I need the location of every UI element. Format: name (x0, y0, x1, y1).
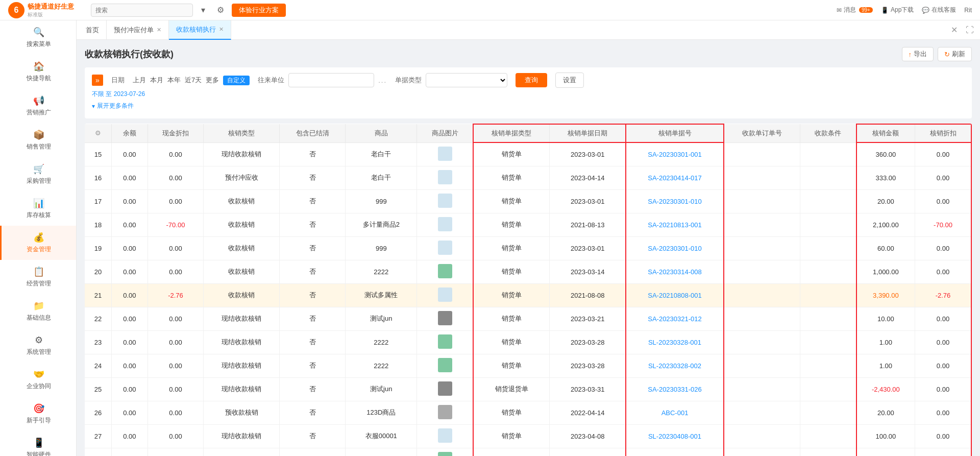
cell-rownum: 20 (85, 260, 112, 283)
cell-wo-doc-no[interactable]: SL-20230328-002 (626, 354, 724, 377)
cell-wo-doc-no[interactable]: SA-20230321-012 (626, 307, 724, 330)
sidebar-item-search[interactable]: 🔍搜索菜单 (0, 20, 76, 55)
filter-toggle-btn[interactable]: » (92, 75, 103, 86)
cell-receipt-order-no (724, 213, 800, 236)
main-layout: 🔍搜索菜单🏠快捷导航📢营销推广📦销售管理🛒采购管理📊库存核算💰资金管理📋经营管理… (0, 20, 980, 456)
sidebar-item-sales[interactable]: 📦销售管理 (0, 123, 76, 157)
cell-wo-discount: 0.00 (915, 330, 971, 354)
filter-last-month[interactable]: 上月 (133, 76, 146, 85)
th-wo-discount: 核销折扣 (915, 124, 971, 142)
sidebar-item-inventory[interactable]: 📊库存核算 (0, 191, 76, 226)
dropdown-btn[interactable]: ▾ (197, 4, 209, 16)
cell-wo-doc-no[interactable]: SL-20230408-001 (626, 424, 724, 448)
cell-wo-doc-no[interactable]: SL-20230418-001 (626, 448, 724, 456)
sidebar-item-hardware[interactable]: 📱智能硬件 (0, 431, 76, 456)
cell-wo-amount: 100.00 (856, 448, 915, 456)
cell-writeoff-type: 现结收款核销 (204, 424, 280, 448)
date-label: 日期 (111, 76, 125, 85)
cell-wo-amount: 20.00 (856, 401, 915, 424)
sidebar-item-purchase[interactable]: 🛒采购管理 (0, 157, 76, 191)
cell-goods-img (417, 354, 473, 377)
settings-btn[interactable]: ⚙ (213, 3, 228, 17)
prepay-tab-close[interactable]: ✕ (157, 27, 161, 33)
cell-goods-img (417, 142, 473, 166)
cell-wo-amount: 20.00 (856, 189, 915, 213)
cell-cash-discount: 0.00 (148, 260, 204, 283)
refresh-btn[interactable]: ↻ 刷新 (938, 47, 972, 61)
sidebar-item-enterprise[interactable]: 🤝企业协同 (0, 363, 76, 397)
export-btn[interactable]: ↑ 导出 (902, 47, 934, 61)
counterpart-input[interactable] (288, 73, 374, 87)
cell-goods: 老白干 (346, 166, 417, 189)
cell-wo-doc-no[interactable]: ABC-001 (626, 401, 724, 424)
sidebar-item-basic[interactable]: 📁基础信息 (0, 294, 76, 328)
sidebar-item-system[interactable]: ⚙系统管理 (0, 328, 76, 363)
cell-goods: 衣服00001 (346, 424, 417, 448)
filter-setting-btn[interactable]: 设置 (555, 73, 584, 88)
cell-goods-img (417, 424, 473, 448)
query-btn[interactable]: 查询 (516, 73, 547, 87)
tab-prepay[interactable]: 预付冲应付单 ✕ (107, 20, 169, 40)
tab-home[interactable]: 首页 (79, 20, 107, 40)
filter-this-year[interactable]: 本年 (167, 76, 181, 85)
cell-wo-doc-no[interactable]: SA-20230301-010 (626, 189, 724, 213)
cell-wo-doc-no[interactable]: SA-20210808-001 (626, 283, 724, 307)
tab-expand-btn[interactable]: ⛶ (962, 26, 978, 35)
sidebar-icon-newguide: 🎯 (33, 403, 44, 414)
doc-type-label: 单据类型 (395, 76, 422, 85)
filter-custom[interactable]: 自定义 (223, 76, 250, 85)
cell-balance: 0.00 (112, 424, 148, 448)
sidebar-icon-quicknav: 🏠 (33, 61, 44, 72)
filter-this-month[interactable]: 本月 (150, 76, 163, 85)
doc-type-select[interactable] (426, 73, 507, 87)
th-receipt-condition: 收款条件 (800, 124, 856, 142)
cell-cash-discount: 0.00 (148, 401, 204, 424)
cell-writeoff-type: 现结收款核销 (204, 354, 280, 377)
expand-more-btn[interactable]: ▾ 展开更多条件 (92, 102, 965, 110)
cell-wo-amount: 100.00 (856, 424, 915, 448)
sidebar-item-quicknav[interactable]: 🏠快捷导航 (0, 55, 76, 89)
cell-wo-doc-no[interactable]: SA-20230414-017 (626, 166, 724, 189)
search-input[interactable] (91, 4, 193, 17)
sidebar-item-management[interactable]: 📋经营管理 (0, 260, 76, 294)
online-support-btn[interactable]: 💬 在线客服 (922, 6, 956, 14)
cell-wo-doc-type: 销货单 (473, 189, 549, 213)
sidebar-item-finance[interactable]: 💰资金管理 (0, 226, 76, 260)
th-included-settled: 包含已结清 (280, 124, 346, 142)
cell-included-settled: 否 (280, 236, 346, 260)
filter-last7[interactable]: 近7天 (185, 76, 202, 85)
message-btn[interactable]: ✉ 消息 99+ (837, 6, 873, 14)
cell-included-settled: 否 (280, 307, 346, 330)
cell-wo-doc-no[interactable]: SA-20230301-001 (626, 142, 724, 166)
cell-rownum: 26 (85, 401, 112, 424)
sidebar-label-finance: 资金管理 (27, 245, 51, 254)
collection-tab-close[interactable]: ✕ (219, 26, 224, 33)
tab-close-btn[interactable]: ✕ (947, 25, 962, 35)
cell-wo-doc-type: 销货单 (473, 142, 549, 166)
cell-wo-doc-type: 销货单 (473, 354, 549, 377)
tab-collection[interactable]: 收款核销执行 ✕ (169, 20, 231, 40)
filter-more[interactable]: 更多 (206, 76, 219, 85)
cell-balance: 0.00 (112, 189, 148, 213)
cell-writeoff-type: 收款核销 (204, 236, 280, 260)
counterpart-dots: ... (378, 77, 387, 84)
cell-included-settled: 否 (280, 448, 346, 456)
th-wo-doc-type: 核销单据类型 (473, 124, 549, 142)
cell-receipt-order-no (724, 283, 800, 307)
sidebar-item-marketing[interactable]: 📢营销推广 (0, 89, 76, 123)
table-body: 15 0.00 0.00 现结收款核销 否 老白干 销货单 2023-03-01… (85, 142, 971, 456)
cell-wo-doc-no[interactable]: SA-20230301-010 (626, 236, 724, 260)
cell-writeoff-type: 现结收款核销 (204, 330, 280, 354)
cell-goods: 2222 (346, 354, 417, 377)
cell-wo-doc-date: 2023-03-01 (550, 236, 626, 260)
sidebar-item-newguide[interactable]: 🎯新手引导 (0, 397, 76, 431)
cell-wo-doc-no[interactable]: SA-20210813-001 (626, 213, 724, 236)
cell-wo-doc-no[interactable]: SL-20230328-001 (626, 330, 724, 354)
cell-writeoff-type: 现结收款核销 (204, 307, 280, 330)
trial-btn[interactable]: 体验行业方案 (232, 4, 286, 17)
cell-wo-discount: 0.00 (915, 166, 971, 189)
cell-wo-doc-no[interactable]: SA-20230331-026 (626, 377, 724, 401)
cell-wo-doc-no[interactable]: SA-20230314-008 (626, 260, 724, 283)
app-download-btn[interactable]: 📱 App下载 (881, 6, 914, 14)
th-settings[interactable]: ⚙ (85, 124, 112, 142)
